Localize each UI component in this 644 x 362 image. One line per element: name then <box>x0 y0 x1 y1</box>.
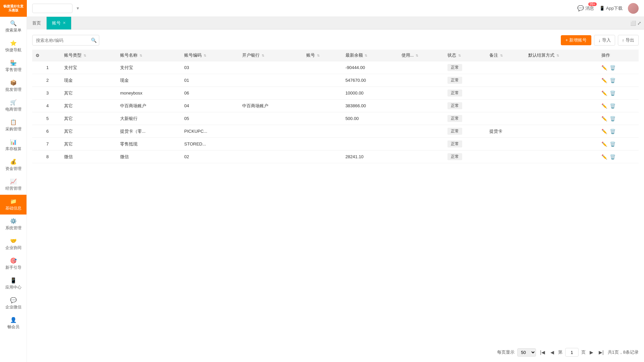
page-size-select[interactable]: 50 100 200 <box>517 348 536 357</box>
status-badge: 正常 <box>447 77 462 84</box>
cell-bank <box>239 61 303 74</box>
cell-action: ✏️ 🗑️ <box>598 61 639 74</box>
retail-icon: 🏪 <box>10 60 17 66</box>
last-page-button[interactable]: ▶| <box>597 349 605 356</box>
th-status[interactable]: 状态 ⇅ <box>444 50 486 61</box>
th-remark[interactable]: 备注 ⇅ <box>486 50 525 61</box>
cell-action: ✏️ 🗑️ <box>598 138 639 150</box>
action-icons: ✏️ 🗑️ <box>601 90 635 96</box>
app-logo: 畅捷通好生意 乐惠版 <box>0 0 27 17</box>
delete-icon[interactable]: 🗑️ <box>610 78 615 83</box>
tab-home[interactable]: 首页 <box>27 17 47 29</box>
cell-account-code: 03 <box>181 61 239 74</box>
cell-bank <box>239 138 303 150</box>
system-icon: ⚙️ <box>10 218 17 224</box>
th-default-settlement[interactable]: 默认结算方式 ⇅ <box>525 50 598 61</box>
dropdown-arrow-icon[interactable]: ▼ <box>76 6 80 11</box>
avatar[interactable] <box>628 3 639 14</box>
th-bank[interactable]: 开户银行 ⇅ <box>239 50 303 61</box>
th-usage[interactable]: 使用... ⇅ <box>398 50 444 61</box>
cell-settings <box>32 74 43 87</box>
edit-icon[interactable]: ✏️ <box>601 103 607 109</box>
sidebar-item-enterprise-wechat[interactable]: 💬 企业微信 <box>0 294 26 313</box>
delete-icon[interactable]: 🗑️ <box>610 103 615 109</box>
message-button[interactable]: 💬 消息 99+ <box>577 5 594 11</box>
sidebar-item-beginner-guide[interactable]: 🎯 新手引导 <box>0 254 26 274</box>
cell-latest-balance: 28241.10 <box>342 150 398 163</box>
delete-icon[interactable]: 🗑️ <box>610 116 615 121</box>
action-icons: ✏️ 🗑️ <box>601 141 635 147</box>
export-button[interactable]: ↑ 导出 <box>618 35 639 46</box>
member-icon: 👤 <box>10 317 17 323</box>
cell-settings <box>32 150 43 163</box>
sidebar-item-label: 应用中心 <box>5 285 21 290</box>
th-account-type[interactable]: 账号类型 ⇅ <box>61 50 117 61</box>
sidebar-item-enterprise-agreement[interactable]: 🤝 企业协同 <box>0 234 26 254</box>
table-row: 7 其它 零售抵现 STORED... 正常 ✏️ 🗑️ <box>32 138 639 150</box>
import-button[interactable]: ↓ 导入 <box>594 35 615 46</box>
cell-account-code: 06 <box>181 87 239 100</box>
delete-icon[interactable]: 🗑️ <box>610 154 615 160</box>
cell-index: 4 <box>43 100 61 112</box>
cell-usage <box>398 125 444 138</box>
delete-icon[interactable]: 🗑️ <box>610 141 615 147</box>
wechat-icon: 💬 <box>10 297 17 303</box>
sidebar-item-quick-nav[interactable]: ⭐ 快捷导航 <box>0 37 26 56</box>
cell-account-number <box>303 74 342 87</box>
sidebar-item-member[interactable]: 👤 畅会员 <box>0 313 26 333</box>
next-page-button[interactable]: ▶ <box>588 349 595 356</box>
th-latest-balance[interactable]: 最新余额 ⇅ <box>342 50 398 61</box>
sidebar-item-finance-mgmt[interactable]: 💰 资金管理 <box>0 155 26 175</box>
delete-icon[interactable]: 🗑️ <box>610 65 615 70</box>
sidebar-item-retail-mgmt[interactable]: 🏪 零售管理 <box>0 56 26 76</box>
cell-latest-balance: 500.00 <box>342 112 398 125</box>
cell-index: 7 <box>43 138 61 150</box>
cell-usage <box>398 61 444 74</box>
sidebar-item-batch-mgmt[interactable]: 📦 批发管理 <box>0 76 26 96</box>
cell-action: ✏️ 🗑️ <box>598 100 639 112</box>
page-input[interactable] <box>565 348 579 357</box>
tab-accounts[interactable]: 账号 ✕ <box>47 17 71 29</box>
search-input[interactable] <box>32 35 99 46</box>
tab-restore-icon[interactable]: ⬜ <box>630 20 636 26</box>
th-account-code[interactable]: 账号编码 ⇅ <box>181 50 239 61</box>
th-settings[interactable]: ⚙ <box>32 50 43 61</box>
cell-action: ✏️ 🗑️ <box>598 87 639 100</box>
top-search-input[interactable] <box>32 4 72 13</box>
action-icons: ✏️ 🗑️ <box>601 116 635 121</box>
th-account-name[interactable]: 账号名称 ⇅ <box>117 50 181 61</box>
sidebar-item-inventory-mgmt[interactable]: 📊 库存核算 <box>0 135 26 155</box>
cell-index: 5 <box>43 112 61 125</box>
sidebar-item-app-center[interactable]: 📱 应用中心 <box>0 274 26 294</box>
edit-icon[interactable]: ✏️ <box>601 65 607 70</box>
tab-close-icon[interactable]: ✕ <box>63 21 66 25</box>
delete-icon[interactable]: 🗑️ <box>610 129 615 134</box>
edit-icon[interactable]: ✏️ <box>601 90 607 96</box>
sidebar-item-system-mgmt[interactable]: ⚙️ 系统管理 <box>0 215 26 234</box>
edit-icon[interactable]: ✏️ <box>601 116 607 121</box>
sidebar-item-purchase-mgmt[interactable]: 📋 采购管理 <box>0 116 26 135</box>
edit-icon[interactable]: ✏️ <box>601 78 607 83</box>
total-info: 共1页，8条记录 <box>608 349 639 355</box>
cell-account-type: 支付宝 <box>61 61 117 74</box>
add-account-button[interactable]: + 新增账号 <box>561 35 591 45</box>
delete-icon[interactable]: 🗑️ <box>610 90 615 96</box>
cell-account-name: 微信 <box>117 150 181 163</box>
prev-page-button[interactable]: ◀ <box>549 349 555 356</box>
tab-expand-icon[interactable]: ⤢ <box>637 20 641 26</box>
edit-icon[interactable]: ✏️ <box>601 129 607 134</box>
sidebar-item-ecommerce-mgmt[interactable]: 🛒 电商管理 <box>0 96 26 116</box>
edit-icon[interactable]: ✏️ <box>601 154 607 160</box>
cell-remark <box>486 112 525 125</box>
cell-account-number <box>303 150 342 163</box>
sidebar-item-search-menu[interactable]: 🔍 搜索菜单 <box>0 17 26 37</box>
th-account-number[interactable]: 账号 ⇅ <box>303 50 342 61</box>
first-page-button[interactable]: |◀ <box>539 349 546 356</box>
cell-account-code: PICKUPC... <box>181 125 239 138</box>
tab-accounts-label: 账号 <box>52 20 61 26</box>
sidebar-item-basic-info[interactable]: 📁 基础信息 <box>0 195 26 215</box>
sidebar-item-operations-mgmt[interactable]: 📈 经营管理 <box>0 175 26 195</box>
edit-icon[interactable]: ✏️ <box>601 141 607 147</box>
cell-index: 1 <box>43 61 61 74</box>
app-download-button[interactable]: 📱 App下载 <box>599 5 623 11</box>
